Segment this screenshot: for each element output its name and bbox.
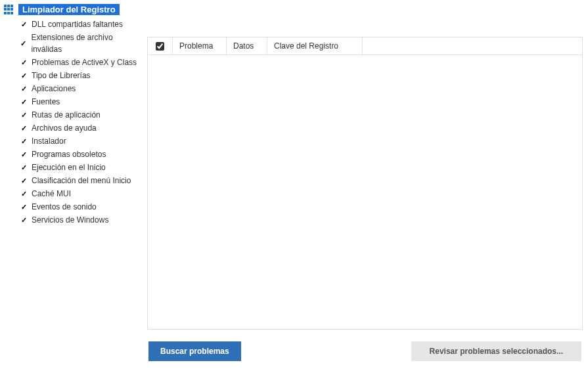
checkmark-icon[interactable] [20,163,28,171]
sidebar-item[interactable]: Clasificación del menú Inicio [0,174,145,187]
checkmark-icon[interactable] [20,85,28,93]
sidebar-item-label: DLL compartidas faltantes [32,18,123,30]
sidebar-item-label: Extensiones de archivo inválidas [31,32,141,55]
sidebar-item[interactable]: Caché MUI [0,187,145,200]
sidebar-item[interactable]: Archivos de ayuda [0,121,145,135]
checkmark-icon[interactable] [20,124,28,132]
review-problems-button[interactable]: Revisar problemas seleccionados... [411,341,581,361]
sidebar-item[interactable]: Eventos de sonido [0,200,145,213]
sidebar-item[interactable]: Rutas de aplicación [0,108,145,121]
checkmark-icon[interactable] [20,111,28,119]
checkmark-icon[interactable] [20,39,27,47]
results-table: Problema Datos Clave del Registro [147,37,583,330]
sidebar-item-label: Programas obsoletos [32,148,106,160]
sidebar-item[interactable]: Fuentes [0,95,145,108]
table-header: Problema Datos Clave del Registro [148,37,582,55]
sidebar-item-label: Problemas de ActiveX y Class [32,56,137,68]
checkmark-icon[interactable] [20,150,28,158]
table-body [148,55,582,329]
checkmark-icon[interactable] [20,72,28,79]
checkmark-icon[interactable] [20,190,28,198]
sidebar-item-label: Clasificación del menú Inicio [32,175,131,186]
select-all-checkbox[interactable] [156,42,164,51]
checkmark-icon[interactable] [20,216,28,224]
checkmark-icon[interactable] [20,137,28,145]
sidebar-item[interactable]: Servicios de Windows [0,213,145,227]
sidebar-item-label: Tipo de Librerías [32,70,91,81]
sidebar-item-label: Servicios de Windows [32,214,108,226]
sidebar-item-label: Rutas de aplicación [32,109,101,121]
sidebar-item-label: Ejecución en el Inicio [32,162,106,173]
button-row: Buscar problemas Revisar problemas selec… [147,330,583,361]
sidebar-list: DLL compartidas faltantesExtensiones de … [0,16,145,227]
sidebar: Limpiador del Registro DLL compartidas f… [0,0,145,369]
sidebar-item[interactable]: Ejecución en el Inicio [0,161,145,174]
main-area: Problema Datos Clave del Registro Buscar… [145,0,588,369]
checkmark-icon[interactable] [20,20,28,28]
sidebar-item-label: Instalador [32,135,66,147]
checkmark-icon[interactable] [20,58,28,66]
sidebar-item[interactable]: Problemas de ActiveX y Class [0,56,145,69]
sidebar-header: Limpiador del Registro [0,3,145,16]
grid-icon [4,5,14,15]
checkmark-icon[interactable] [20,177,28,185]
header-checkbox-cell[interactable] [148,37,173,54]
checkmark-icon[interactable] [20,98,28,106]
sidebar-item-label: Fuentes [32,96,60,108]
column-problema[interactable]: Problema [173,37,227,54]
search-problems-button[interactable]: Buscar problemas [148,341,241,361]
sidebar-item-label: Archivos de ayuda [32,122,97,134]
column-datos[interactable]: Datos [227,37,267,54]
sidebar-item[interactable]: Extensiones de archivo inválidas [0,31,145,56]
checkmark-icon[interactable] [20,203,28,211]
sidebar-item-label: Caché MUI [32,188,71,200]
sidebar-item-label: Eventos de sonido [32,201,97,213]
sidebar-item[interactable]: DLL compartidas faltantes [0,18,145,31]
sidebar-item[interactable]: Tipo de Librerías [0,69,145,82]
sidebar-title: Limpiador del Registro [18,4,120,15]
sidebar-item-label: Aplicaciones [32,83,76,95]
column-clave[interactable]: Clave del Registro [267,37,363,54]
sidebar-item[interactable]: Aplicaciones [0,82,145,95]
sidebar-item[interactable]: Instalador [0,135,145,148]
sidebar-item[interactable]: Programas obsoletos [0,148,145,161]
column-spacer [363,37,582,54]
